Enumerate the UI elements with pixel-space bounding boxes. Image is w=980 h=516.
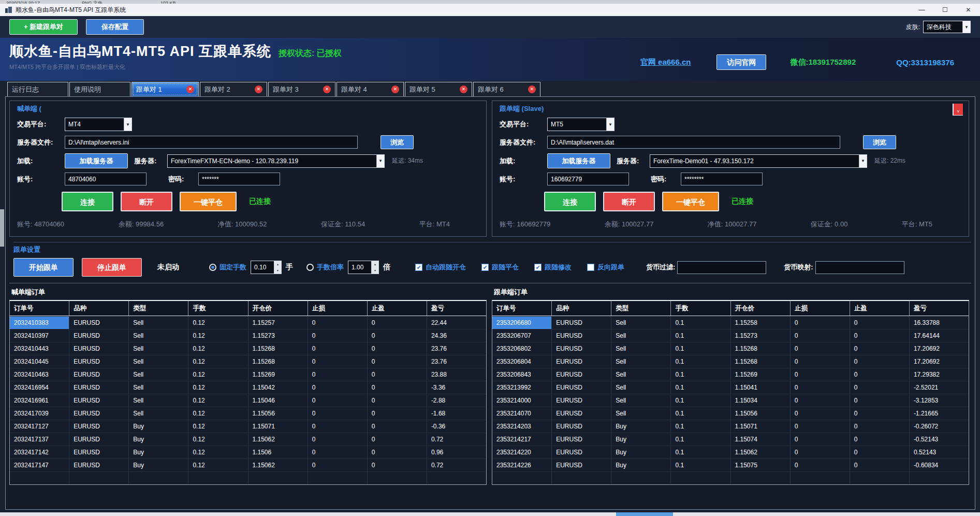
tab-1[interactable]: 运行日志: [7, 82, 68, 96]
master-platform-select[interactable]: MT4 ▼: [65, 118, 132, 131]
slave-connect-button[interactable]: 连接: [544, 192, 596, 211]
tab-4[interactable]: 跟单对 2✕: [200, 82, 267, 96]
spin-down-icon[interactable]: ▼: [274, 267, 281, 274]
slave-load-server-button[interactable]: 加载服务器: [547, 153, 610, 168]
tab-8[interactable]: 跟单对 6✕: [473, 82, 540, 96]
order-row[interactable]: 2032417142EURUSDBuy0.121.1506000.96: [10, 446, 486, 458]
slave-account-input[interactable]: [547, 173, 629, 185]
slave-password-input[interactable]: [681, 173, 763, 185]
order-row[interactable]: 2353214220EURUSDBuy0.11.15062000.52143: [492, 446, 969, 458]
tab-close-icon[interactable]: ✕: [323, 85, 331, 93]
order-row[interactable]: 2353206680EURUSDSell0.11.152580016.33788: [492, 316, 969, 329]
order-row[interactable]: 2032417039EURUSDSell0.121.1505600-1.68: [10, 407, 486, 420]
new-pair-button[interactable]: + 新建跟单对: [9, 19, 78, 35]
tab-close-icon[interactable]: ✕: [460, 85, 467, 93]
column-header[interactable]: 开仓价: [731, 301, 791, 316]
column-header[interactable]: 止盈: [850, 301, 910, 316]
master-password-input[interactable]: [198, 173, 280, 185]
follow-modify-checkbox[interactable]: ✔: [534, 264, 542, 271]
order-row[interactable]: 2032417147EURUSDBuy0.121.15062000.72: [10, 458, 486, 471]
spin-up-icon[interactable]: ▲: [372, 261, 378, 267]
column-header[interactable]: 开仓价: [248, 301, 308, 316]
symbol-map-input[interactable]: [815, 261, 904, 274]
order-row[interactable]: 2032410463EURUSDSell0.121.152690023.88: [10, 368, 486, 381]
master-load-server-button[interactable]: 加载服务器: [65, 153, 128, 168]
order-row[interactable]: 2032410383EURUSDSell0.121.152570022.44: [10, 316, 486, 329]
lot-ratio-radio[interactable]: [306, 264, 314, 271]
fixed-lots-input[interactable]: [251, 261, 274, 274]
website-link[interactable]: 官网 ea666.cn: [640, 58, 691, 67]
slave-server-file-input[interactable]: [547, 136, 840, 149]
tab-6[interactable]: 跟单对 4✕: [337, 82, 404, 96]
chevron-down-icon[interactable]: ▼: [376, 155, 384, 167]
minimize-button[interactable]: —: [910, 4, 933, 16]
slave-platform-select[interactable]: MT5 ▼: [547, 118, 615, 131]
chevron-down-icon[interactable]: ▼: [124, 118, 131, 131]
spin-up-icon[interactable]: ▲: [274, 261, 281, 267]
start-copy-button[interactable]: 开始跟单: [13, 258, 74, 277]
order-row[interactable]: 2353206707EURUSDSell0.11.152730017.64144: [492, 329, 969, 342]
symbol-filter-input[interactable]: [677, 261, 766, 274]
chevron-down-icon[interactable]: ▼: [606, 118, 614, 131]
tab-2[interactable]: 使用说明: [69, 82, 130, 96]
master-server-file-input[interactable]: [65, 136, 358, 149]
order-row[interactable]: 2353214070EURUSDSell0.11.1505600-1.21665: [492, 407, 969, 420]
tab-close-icon[interactable]: ✕: [391, 85, 399, 93]
master-browse-button[interactable]: 浏览: [381, 135, 414, 149]
column-header[interactable]: 止损: [791, 301, 850, 316]
column-header[interactable]: 品种: [552, 301, 611, 316]
spin-down-icon[interactable]: ▼: [372, 267, 378, 274]
tab-close-icon[interactable]: ✕: [186, 85, 194, 93]
order-row[interactable]: 2032417127EURUSDBuy0.121.1507100-0.36: [10, 420, 486, 433]
order-row[interactable]: 2032410445EURUSDSell0.121.152680023.76: [10, 355, 486, 368]
order-row[interactable]: 2032416961EURUSDSell0.121.1504600-2.88: [10, 394, 486, 407]
visit-website-button[interactable]: 访问官网: [716, 54, 766, 70]
order-row[interactable]: 2032410443EURUSDSell0.121.152680023.76: [10, 342, 486, 355]
column-header[interactable]: 盈亏: [427, 301, 486, 316]
slave-close-all-button[interactable]: 一键平仓: [662, 192, 719, 211]
master-server-select[interactable]: ForexTimeFXTM-ECN-demo - 120.78.239.119 …: [167, 154, 385, 168]
column-header[interactable]: 盈亏: [910, 301, 969, 316]
column-header[interactable]: 订单号: [10, 301, 69, 316]
column-header[interactable]: 手数: [188, 301, 248, 316]
column-header[interactable]: 止盈: [368, 301, 427, 316]
stop-copy-button[interactable]: 停止跟单: [82, 258, 142, 277]
order-row[interactable]: 2353214217EURUSDBuy0.11.1507400-0.52143: [492, 433, 969, 446]
order-row[interactable]: 2353206802EURUSDSell0.11.152680017.20692: [492, 342, 969, 355]
auto-open-checkbox[interactable]: ✔: [415, 264, 422, 271]
order-row[interactable]: 2353206804EURUSDSell0.11.152680017.20692: [492, 355, 969, 368]
master-disconnect-button[interactable]: 断开: [121, 192, 172, 211]
column-header[interactable]: 品种: [69, 301, 129, 316]
tab-close-icon[interactable]: ✕: [528, 85, 536, 93]
master-account-input[interactable]: [65, 173, 147, 185]
slave-server-select[interactable]: ForexTime-Demo01 - 47.93.150.172 ▼: [650, 154, 867, 168]
order-row[interactable]: 2032417137EURUSDBuy0.121.15062000.72: [10, 433, 486, 446]
close-button[interactable]: ✕: [957, 4, 980, 16]
master-connect-button[interactable]: 连接: [62, 192, 113, 211]
save-config-button[interactable]: 保存配置: [86, 19, 144, 35]
slave-disconnect-button[interactable]: 断开: [603, 192, 655, 211]
maximize-button[interactable]: ☐: [933, 4, 957, 16]
column-header[interactable]: 订单号: [492, 301, 552, 316]
tab-5[interactable]: 跟单对 3✕: [268, 82, 335, 96]
master-close-all-button[interactable]: 一键平仓: [180, 192, 237, 211]
follow-close-checkbox[interactable]: ✔: [481, 264, 489, 271]
tab-close-icon[interactable]: ✕: [255, 85, 262, 93]
chevron-down-icon[interactable]: ▼: [859, 155, 867, 167]
order-row[interactable]: 2353206843EURUSDSell0.11.152690017.29382: [492, 368, 969, 381]
column-header[interactable]: 类型: [129, 301, 188, 316]
lot-ratio-input[interactable]: [348, 261, 372, 274]
order-row[interactable]: 2353213992EURUSDSell0.11.1504100-2.52021: [492, 381, 969, 394]
tab-3[interactable]: 跟单对 1✕: [131, 82, 199, 96]
reverse-copy-checkbox[interactable]: ✔: [587, 264, 594, 271]
order-row[interactable]: 2032416954EURUSDSell0.121.1504200-3.36: [10, 381, 486, 394]
order-row[interactable]: 2032410397EURUSDSell0.121.152730024.36: [10, 329, 486, 342]
slave-browse-button[interactable]: 浏览: [863, 135, 896, 149]
order-row[interactable]: 2353214226EURUSDBuy0.11.1507500-0.60834: [492, 458, 969, 471]
tab-7[interactable]: 跟单对 5✕: [405, 82, 472, 96]
order-row[interactable]: 2353214203EURUSDBuy0.11.1507100-0.26072: [492, 420, 969, 433]
fixed-lots-radio[interactable]: [209, 264, 216, 271]
column-header[interactable]: 类型: [611, 301, 671, 316]
column-header[interactable]: 手数: [671, 301, 730, 316]
column-header[interactable]: 止损: [308, 301, 368, 316]
